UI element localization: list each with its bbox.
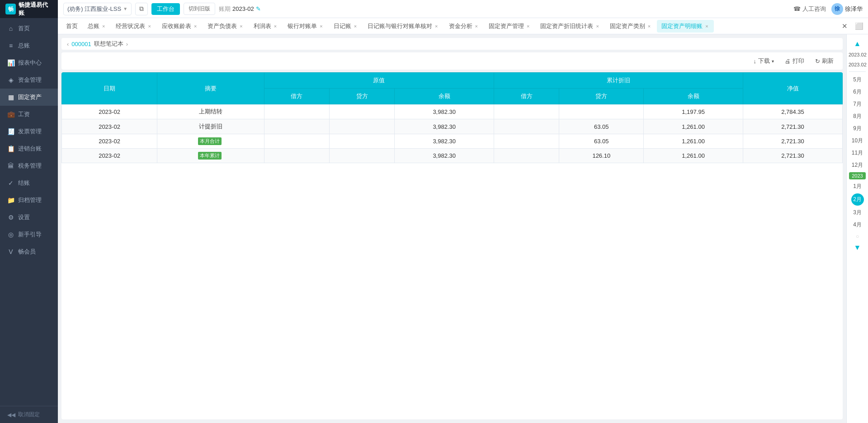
- tab-asset-depreciation-stats[interactable]: 固定资产折旧统计表 ×: [536, 20, 604, 33]
- sidebar-item-guide[interactable]: ◎ 新手引导: [0, 226, 58, 243]
- date-nav-nov[interactable]: 11月: [847, 147, 868, 159]
- tab-profit[interactable]: 利润表 ×: [249, 20, 282, 33]
- sidebar-item-tax[interactable]: 🏛 税务管理: [0, 157, 58, 174]
- cell-acc-credit: 126.10: [559, 149, 644, 163]
- breadcrumb-name: 联想笔记本: [94, 40, 123, 48]
- invoice-icon: 🧾: [7, 128, 14, 135]
- cell-acc-debit: [494, 149, 559, 163]
- date-nav-extra[interactable]: ○: [847, 231, 868, 242]
- breadcrumb-nav-next[interactable]: ›: [126, 41, 128, 47]
- tab-close-all-button[interactable]: ✕: [839, 21, 850, 32]
- breadcrumb-bar: ‹ 000001 联想笔记本 ›: [61, 38, 843, 50]
- date-nav-jul[interactable]: 7月: [847, 98, 868, 110]
- sidebar-item-invoice[interactable]: 🧾 发票管理: [0, 123, 58, 140]
- breadcrumb-nav-prev[interactable]: ‹: [67, 41, 69, 47]
- tab-reconcile[interactable]: 日记账与银行对账单核对 ×: [363, 20, 443, 33]
- date-nav-oct[interactable]: 10月: [847, 135, 868, 147]
- col-header-acc-balance: 余额: [644, 89, 743, 104]
- tab-profit-close[interactable]: ×: [273, 24, 278, 29]
- tab-bank-statement-close[interactable]: ×: [319, 24, 323, 29]
- cell-orig-balance: 3,982.30: [395, 149, 494, 163]
- sidebar-label-guide: 新手引导: [18, 230, 42, 239]
- date-nav-down-button[interactable]: ▼: [852, 242, 863, 254]
- cell-orig-debit: [264, 119, 329, 134]
- date-nav-2023-02-first[interactable]: 2023.02: [847, 50, 868, 60]
- tab-home[interactable]: 首页: [61, 20, 82, 33]
- topbar-right: ☎ 人工咨询 徐 徐泽华: [793, 3, 863, 15]
- refresh-button[interactable]: ↻ 刷新: [811, 55, 837, 67]
- sidebar-item-assets[interactable]: ▦ 固定资产: [0, 89, 58, 106]
- tab-profit-label: 利润表: [254, 22, 271, 30]
- date-nav-feb-active[interactable]: 2月: [851, 193, 864, 206]
- date-nav-dec[interactable]: 12月: [847, 159, 868, 171]
- sidebar-item-settings[interactable]: ⚙ 设置: [0, 209, 58, 226]
- sidebar-label-salary: 工资: [18, 110, 30, 118]
- sidebar-item-sales[interactable]: 📋 进销台账: [0, 140, 58, 157]
- sidebar-item-reports[interactable]: 📊 报表中心: [0, 54, 58, 71]
- tab-fund-analysis[interactable]: 资金分析 ×: [444, 20, 483, 33]
- sidebar-item-closing[interactable]: ✓ 结账: [0, 174, 58, 192]
- date-nav-divider: [849, 71, 866, 72]
- tab-bank-statement[interactable]: 银行对账单 ×: [283, 20, 328, 33]
- tab-receivable-age-close[interactable]: ×: [193, 24, 198, 29]
- cell-orig-debit: [264, 134, 329, 149]
- cell-date: 2023-02: [62, 104, 157, 119]
- tab-balance-sheet[interactable]: 资产负债表 ×: [203, 20, 248, 33]
- tab-ledger[interactable]: 总账 ×: [83, 20, 110, 33]
- salary-icon: 💼: [7, 111, 14, 118]
- tab-asset-detail[interactable]: 固定资产明细账 ×: [657, 20, 713, 33]
- date-nav-jan[interactable]: 1月: [847, 180, 868, 193]
- support-button[interactable]: ☎ 人工咨询: [793, 5, 826, 13]
- sidebar-item-archive[interactable]: 📁 归档管理: [0, 192, 58, 209]
- date-nav-2023-02-second[interactable]: 2023.02: [847, 60, 868, 70]
- tab-balance-sheet-close[interactable]: ×: [239, 24, 243, 29]
- col-header-accumulated-depreciation: 累计折旧: [494, 73, 743, 89]
- workspace-button[interactable]: 工作台: [151, 3, 180, 15]
- date-nav-apr[interactable]: 4月: [847, 219, 868, 231]
- sidebar-footer-unpin[interactable]: ◀◀ 取消固定: [0, 406, 58, 423]
- tab-asset-depreciation-stats-close[interactable]: ×: [595, 24, 599, 29]
- switch-version-button[interactable]: 切到旧版: [184, 3, 215, 15]
- tab-business-status[interactable]: 经营状况表 ×: [111, 20, 156, 33]
- tab-asset-mgmt-close[interactable]: ×: [526, 24, 530, 29]
- cell-acc-balance: 1,261.00: [644, 134, 743, 149]
- content-area: ‹ 000001 联想笔记本 › ↓ 下载 ▾ 🖨 打印 ↻ 刷新: [58, 34, 868, 423]
- download-button[interactable]: ↓ 下载 ▾: [750, 55, 778, 67]
- tab-reconcile-close[interactable]: ×: [434, 24, 439, 29]
- cell-net-value: 2,721.30: [743, 149, 843, 163]
- date-nav-sep[interactable]: 9月: [847, 122, 868, 135]
- tab-journal[interactable]: 日记账 ×: [329, 20, 362, 33]
- sidebar-item-funds[interactable]: ◈ 资金管理: [0, 71, 58, 89]
- tab-asset-category-close[interactable]: ×: [647, 24, 651, 29]
- tab-fund-analysis-close[interactable]: ×: [474, 24, 479, 29]
- copy-button[interactable]: ⧉: [135, 3, 148, 15]
- cell-summary: 计提折旧: [157, 119, 264, 134]
- asset-detail-table-container: 日期 摘要 原值 累计折旧 净值 借方 贷方 余额 借方 贷方 余额: [61, 72, 843, 419]
- cell-orig-credit: [329, 134, 394, 149]
- period-edit-icon[interactable]: ✎: [256, 5, 261, 12]
- user-name-label: 徐泽华: [845, 5, 863, 13]
- support-label: 人工咨询: [802, 5, 826, 13]
- sidebar-item-salary[interactable]: 💼 工资: [0, 106, 58, 123]
- tab-receivable-age[interactable]: 应收账龄表 ×: [157, 20, 202, 33]
- date-nav-mar[interactable]: 3月: [847, 207, 868, 219]
- tab-journal-close[interactable]: ×: [353, 24, 358, 29]
- date-nav-aug[interactable]: 8月: [847, 110, 868, 122]
- sidebar-item-home[interactable]: ⌂ 首页: [0, 20, 58, 37]
- user-menu[interactable]: 徐 徐泽华: [831, 3, 863, 15]
- date-nav-may[interactable]: 5月: [847, 74, 868, 86]
- sidebar-item-member[interactable]: V 畅会员: [0, 243, 58, 260]
- tab-asset-detail-close[interactable]: ×: [704, 24, 709, 29]
- date-nav-up-button[interactable]: ▲: [852, 38, 863, 50]
- date-nav-jun[interactable]: 6月: [847, 86, 868, 98]
- print-button[interactable]: 🖨 打印: [781, 55, 808, 67]
- tab-business-status-close[interactable]: ×: [147, 24, 151, 29]
- tab-ledger-close[interactable]: ×: [101, 24, 106, 29]
- table-row: 2023-02 上期结转 3,982.30 1,197.95 2,784.35: [62, 104, 843, 119]
- company-selector[interactable]: (劝务) 江西服业-LSS ▼: [63, 3, 132, 15]
- sidebar-item-ledger[interactable]: ≡ 总账: [0, 37, 58, 54]
- tab-maximize-button[interactable]: ⬜: [854, 21, 864, 32]
- cell-acc-balance: 1,261.00: [644, 119, 743, 134]
- tab-asset-category[interactable]: 固定资产类别 ×: [605, 20, 656, 33]
- tab-asset-mgmt[interactable]: 固定资产管理 ×: [484, 20, 535, 33]
